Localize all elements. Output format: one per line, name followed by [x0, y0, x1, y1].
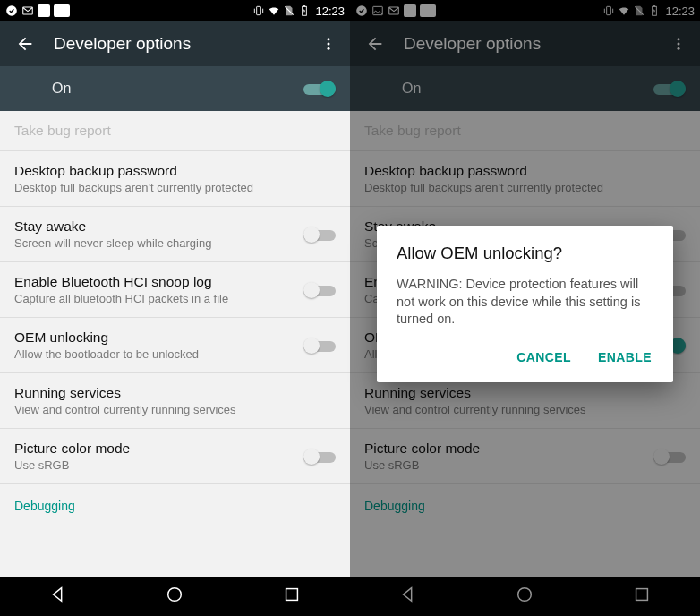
svg-point-9 — [168, 588, 182, 602]
app-bar: Developer options — [0, 21, 350, 66]
master-toggle-row[interactable]: On — [0, 66, 350, 111]
dialog-body: WARNING: Device protection features will… — [397, 276, 653, 329]
item-subtitle: Allow the bootloader to be unlocked — [14, 347, 303, 361]
page-title: Developer options — [54, 34, 316, 54]
stay-awake-switch[interactable] — [303, 226, 336, 244]
nav-back-button[interactable] — [48, 585, 68, 608]
dialog-title: Allow OEM unlocking? — [397, 244, 653, 263]
no-sim-icon — [283, 4, 295, 17]
oem-unlock-dialog: Allow OEM unlocking? WARNING: Device pro… — [377, 226, 673, 382]
item-oem-unlocking[interactable]: OEM unlocking Allow the bootloader to be… — [0, 318, 350, 373]
svg-point-0 — [6, 5, 17, 16]
item-title: Desktop backup password — [14, 163, 336, 179]
item-subtitle: Capture all bluetooth HCI packets in a f… — [14, 292, 303, 305]
notif-icon — [38, 4, 50, 17]
item-title: OEM unlocking — [14, 329, 303, 346]
settings-list: Take bug report Desktop backup password … — [0, 111, 350, 577]
picture-switch[interactable] — [303, 448, 336, 466]
enable-button[interactable]: ENABLE — [596, 345, 653, 370]
item-title: Running services — [14, 385, 336, 401]
item-subtitle: Desktop full backups aren't currently pr… — [14, 181, 336, 194]
item-subtitle: View and control currently running servi… — [14, 403, 336, 416]
item-stay-awake[interactable]: Stay awake Screen will never sleep while… — [0, 207, 350, 262]
svg-point-6 — [328, 38, 330, 40]
dialog-actions: CANCEL ENABLE — [397, 345, 653, 375]
item-title: Stay awake — [14, 218, 303, 235]
item-title: Enable Bluetooth HCI snoop log — [14, 274, 303, 290]
item-subtitle: Screen will never sleep while charging — [14, 236, 303, 250]
cancel-button[interactable]: CANCEL — [515, 345, 573, 370]
svg-point-8 — [328, 47, 330, 50]
svg-rect-5 — [303, 5, 305, 6]
item-bug-report[interactable]: Take bug report — [0, 111, 350, 151]
notif-icon-2 — [54, 4, 70, 17]
svg-rect-2 — [257, 6, 261, 14]
nav-recents-button[interactable] — [282, 585, 302, 608]
master-toggle-switch[interactable] — [303, 80, 336, 98]
item-running-services[interactable]: Running services View and control curren… — [0, 373, 350, 429]
badge-icon — [5, 4, 18, 17]
item-title: Picture color mode — [14, 441, 303, 457]
overflow-menu-button[interactable] — [316, 36, 341, 52]
oem-switch[interactable] — [303, 337, 336, 355]
svg-rect-10 — [286, 589, 297, 601]
item-subtitle: Use sRGB — [14, 458, 303, 472]
clock: 12:23 — [315, 4, 345, 18]
nav-bar — [0, 577, 350, 616]
screen-right: 12:23 Developer options On Take bug repo… — [350, 0, 700, 616]
screen-left: 12:23 Developer options On Take bug repo… — [0, 0, 350, 616]
svg-point-7 — [328, 43, 330, 46]
mail-icon — [21, 4, 34, 17]
item-title: Take bug report — [14, 123, 336, 139]
hci-switch[interactable] — [303, 281, 336, 299]
nav-home-button[interactable] — [165, 585, 184, 608]
status-bar: 12:23 — [0, 0, 350, 21]
item-picture-color-mode[interactable]: Picture color mode Use sRGB — [0, 429, 350, 484]
back-button[interactable] — [13, 31, 38, 56]
item-desktop-backup-password[interactable]: Desktop backup password Desktop full bac… — [0, 151, 350, 207]
section-debugging: Debugging — [0, 484, 350, 520]
battery-icon — [298, 4, 311, 17]
wifi-icon — [268, 4, 280, 17]
vibrate-icon — [252, 4, 265, 17]
item-hci-snoop-log[interactable]: Enable Bluetooth HCI snoop log Capture a… — [0, 262, 350, 318]
master-toggle-label: On — [52, 81, 303, 97]
